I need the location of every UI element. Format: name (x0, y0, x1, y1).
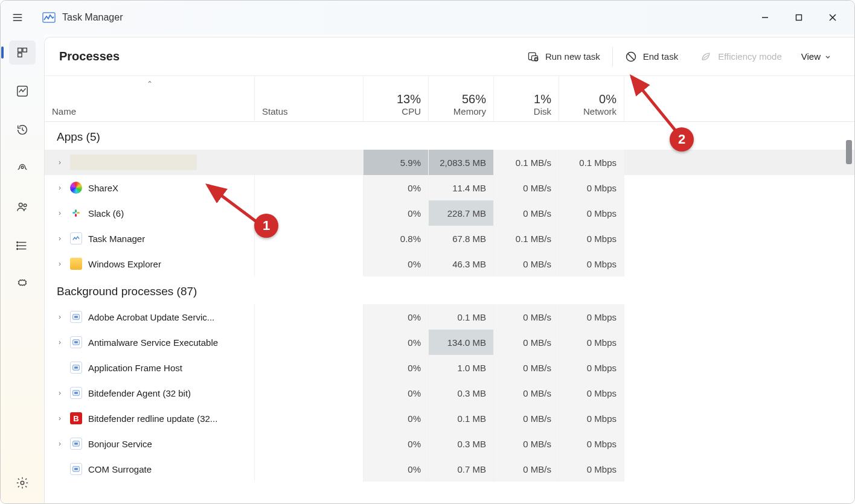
table-row[interactable]: ›Task Manager0.8%67.8 MB0.1 MB/s0 Mbps (45, 226, 854, 251)
status-cell (255, 330, 363, 355)
col-cpu[interactable]: 13% CPU (363, 76, 429, 121)
end-task-button[interactable]: End task (614, 45, 689, 69)
col-name[interactable]: ⌃ Name (45, 76, 255, 121)
details-icon (16, 239, 29, 252)
nav-processes[interactable] (9, 40, 36, 65)
svg-rect-37 (74, 392, 78, 394)
svg-rect-27 (77, 212, 80, 214)
grid-header: ⌃ Name Status 13% CPU 56% Memory 1% Disk (45, 76, 854, 122)
disk-cell: 0 MB/s (494, 406, 559, 431)
mem-cell: 46.3 MB (429, 251, 494, 276)
grid-body[interactable]: Apps (5)›5.9%2,083.5 MB0.1 MB/s0.1 Mbps›… (45, 122, 854, 503)
net-cell: 0 Mbps (559, 355, 624, 380)
nav-details[interactable] (9, 234, 36, 258)
process-name: Bitdefender Agent (32 bit) (88, 388, 191, 398)
table-row[interactable]: ›Adobe Acrobat Update Servic...0%0.1 MB0… (45, 304, 854, 330)
svg-rect-31 (74, 316, 78, 318)
net-cell: 0 Mbps (559, 304, 624, 330)
expand-chevron-icon[interactable]: › (56, 234, 64, 243)
cpu-cell: 0% (363, 330, 429, 355)
hamburger-icon (11, 11, 24, 24)
expand-chevron-icon[interactable]: › (56, 338, 64, 346)
net-cell: 0 Mbps (559, 175, 624, 200)
net-cell: 0 Mbps (559, 330, 624, 355)
view-dropdown[interactable]: View (793, 45, 840, 68)
col-network[interactable]: 0% Network (559, 76, 624, 121)
expand-chevron-icon[interactable]: › (56, 209, 64, 217)
table-row[interactable]: ›Bitdefender Agent (32 bit)0%0.3 MB0 MB/… (45, 380, 854, 406)
toolbar-separator (612, 47, 613, 66)
expand-chevron-icon[interactable]: › (56, 414, 64, 423)
mem-cell: 1.0 MB (429, 355, 494, 380)
mem-cell: 11.4 MB (429, 175, 494, 200)
cpu-cell: 0% (363, 456, 429, 482)
table-row[interactable]: ›5.9%2,083.5 MB0.1 MB/s0.1 Mbps (45, 150, 854, 175)
disk-cell: 0 MB/s (494, 380, 559, 406)
col-spacer (624, 76, 854, 121)
svg-rect-35 (74, 366, 78, 369)
col-memory[interactable]: 56% Memory (429, 76, 494, 121)
table-row[interactable]: ›Slack (6)0%228.7 MB0 MB/s0 Mbps (45, 200, 854, 226)
svg-point-17 (17, 249, 18, 250)
net-cell: 0 Mbps (559, 226, 624, 251)
cpu-cell: 0% (363, 304, 429, 330)
svg-rect-39 (74, 442, 78, 445)
mem-cell: 0.3 MB (429, 431, 494, 456)
table-row[interactable]: Application Frame Host0%1.0 MB0 MB/s0 Mb… (45, 355, 854, 380)
table-row[interactable]: ›BBitdefender redline update (32...0%0.1… (45, 406, 854, 431)
status-cell (255, 251, 363, 276)
svg-point-10 (19, 203, 22, 206)
mem-cell: 67.8 MB (429, 226, 494, 251)
col-disk[interactable]: 1% Disk (494, 76, 559, 121)
cpu-cell: 0% (363, 380, 429, 406)
efficiency-mode-button: Efficiency mode (689, 45, 793, 69)
svg-rect-41 (74, 468, 78, 470)
expand-chevron-icon[interactable]: › (56, 389, 64, 397)
table-row[interactable]: ›Antimalware Service Executable0%134.0 M… (45, 330, 854, 355)
table-row[interactable]: ›Windows Explorer0%46.3 MB0 MB/s0 Mbps (45, 251, 854, 276)
nav-settings[interactable] (9, 471, 36, 495)
expand-chevron-icon[interactable]: › (56, 158, 64, 167)
end-task-icon (625, 51, 637, 63)
minimize-button[interactable] (748, 3, 782, 32)
table-row[interactable]: ›ShareX0%11.4 MB0 MB/s0 Mbps (45, 175, 854, 200)
svg-rect-6 (23, 48, 27, 52)
scrollbar-thumb[interactable] (846, 140, 852, 164)
col-status[interactable]: Status (255, 76, 363, 121)
svg-line-25 (628, 54, 634, 60)
cpu-cell: 0% (363, 200, 429, 226)
svg-rect-26 (72, 212, 75, 214)
startup-icon (16, 162, 29, 175)
page-title: Processes (59, 49, 120, 63)
table-row[interactable]: ›Bonjour Service0%0.3 MB0 MB/s0 Mbps (45, 431, 854, 456)
close-button[interactable] (816, 3, 850, 32)
net-cell: 0.1 Mbps (559, 150, 624, 175)
svg-point-16 (17, 245, 18, 246)
redacted-process-name (70, 155, 197, 170)
svg-rect-7 (18, 53, 22, 57)
nav-users[interactable] (9, 195, 36, 219)
hamburger-menu-button[interactable] (5, 5, 30, 30)
expand-chevron-icon[interactable]: › (56, 313, 64, 321)
run-new-task-button[interactable]: Run new task (516, 45, 611, 69)
group-header-background: Background processes (87) (45, 276, 854, 304)
mem-cell: 0.1 MB (429, 406, 494, 431)
nav-startup[interactable] (9, 156, 36, 180)
expand-chevron-icon[interactable]: › (56, 183, 64, 192)
mem-cell: 2,083.5 MB (429, 150, 494, 175)
svg-rect-29 (75, 214, 77, 217)
process-name: Antimalware Service Executable (88, 337, 218, 348)
status-cell (255, 304, 363, 330)
table-row[interactable]: COM Surrogate0%0.7 MB0 MB/s0 Mbps (45, 456, 854, 482)
nav-services[interactable] (9, 272, 36, 296)
maximize-button[interactable] (782, 3, 816, 32)
svg-point-15 (17, 242, 18, 243)
nav-app-history[interactable] (9, 118, 36, 142)
status-cell (255, 380, 363, 406)
process-name: Bitdefender redline update (32... (88, 413, 217, 424)
svg-point-18 (21, 481, 24, 485)
expand-chevron-icon[interactable]: › (56, 260, 64, 268)
disk-cell: 0.1 MB/s (494, 150, 559, 175)
expand-chevron-icon[interactable]: › (56, 439, 64, 448)
nav-performance[interactable] (9, 79, 36, 103)
